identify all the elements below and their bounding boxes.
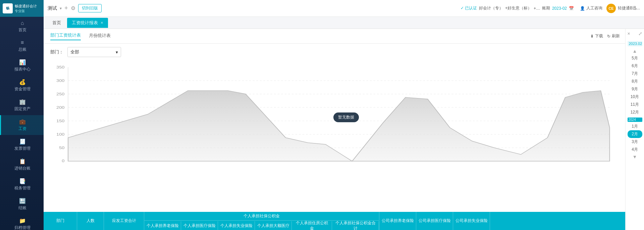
month-10[interactable]: 10月 — [628, 93, 642, 101]
th-total-salary: 应发工资合计 — [104, 212, 144, 230]
month-11[interactable]: 11月 — [628, 101, 642, 108]
month-1-2024[interactable]: 1月 — [628, 123, 642, 130]
switch-version-button[interactable]: 切到旧版 — [78, 4, 102, 12]
svg-text:200: 200 — [56, 105, 64, 110]
month-9[interactable]: 9月 — [628, 85, 642, 93]
topbar-title: 测试 — [48, 5, 57, 11]
sidebar-label-reports: 报表中心 — [14, 66, 31, 72]
refresh-icon: ↻ — [607, 34, 610, 39]
topbar-settings-button[interactable]: ⚙ — [71, 5, 75, 11]
sub-tab-dept[interactable]: 部门工资统计表 — [50, 32, 81, 40]
topbar-right: 👤 人工咨询 CE 轻捷通B迅... — [580, 4, 640, 13]
svg-text:350: 350 — [56, 65, 64, 70]
download-button[interactable]: ⬇ 下载 — [590, 33, 603, 39]
sub-tab-month[interactable]: 月份统计表 — [89, 33, 111, 40]
download-icon: ⬇ — [590, 34, 594, 39]
checkout-icon: 🔚 — [19, 198, 26, 204]
period-value: 2023-02 — [552, 6, 567, 11]
sidebar-item-reports[interactable]: 📊 报表中心 — [0, 56, 44, 76]
dept-filter-select[interactable]: 全部 ▾ — [67, 47, 121, 57]
month-12[interactable]: 12月 — [628, 108, 642, 116]
sidebar-item-archive[interactable]: 📁 归档管理 — [0, 214, 44, 230]
sidebar-item-ledger[interactable]: ≡ 总账 — [0, 36, 44, 56]
th-personal-total: 个人承担社保公积金合计 — [332, 221, 379, 230]
th-company-pension: 公司承担养老保险 — [379, 212, 416, 230]
svg-text:50: 50 — [59, 146, 64, 150]
filter-row: 部门： 全部 ▾ — [44, 44, 625, 60]
sidebar-item-checkout[interactable]: 🔚 结账 — [0, 194, 44, 214]
sidebar-item-home[interactable]: ⌂ 首页 — [0, 17, 44, 36]
chart-tooltip: 暂无数据 — [333, 112, 359, 122]
year-badge-2024: 2024 — [628, 118, 642, 122]
logo: 畅 畅捷通好会计 专业版 — [0, 0, 44, 17]
logo-line1: 畅捷通好会计 — [15, 4, 37, 9]
th-dept: 部门 — [44, 212, 77, 230]
sidebar-label-sales: 进销台账 — [14, 166, 31, 171]
sidebar-item-sales[interactable]: 📋 进销台账 — [0, 155, 44, 175]
user-name: 轻捷通B迅... — [618, 5, 640, 11]
archive-icon: 📁 — [19, 218, 26, 224]
sub-tabs: 部门工资统计表 月份统计表 ⬇ 下载 ↻ 刷新 — [44, 29, 625, 44]
advisor-label: 人工咨询 — [586, 5, 602, 11]
month-6[interactable]: 6月 — [628, 62, 642, 70]
panel-expand-button[interactable]: ⤢ — [638, 31, 642, 36]
th-company-unemployment: 公司承担失业保险 — [453, 212, 490, 230]
sidebar-label-salary: 工资 — [18, 126, 26, 132]
sidebar-label-checkout: 结账 — [18, 205, 26, 211]
logo-text: 畅捷通好会计 专业版 — [15, 4, 37, 13]
assets-icon: 🏢 — [19, 99, 26, 105]
advisor-icon: 👤 — [580, 6, 585, 11]
sales-icon: 📋 — [19, 158, 26, 165]
scroll-down-button[interactable]: ▼ — [633, 154, 637, 159]
user-section: CE 轻捷通B迅... — [606, 4, 640, 13]
sidebar-item-assets[interactable]: 🏢 固定资产 — [0, 95, 44, 115]
tab-home[interactable]: 首页 — [48, 18, 66, 28]
refresh-button[interactable]: ↻ 刷新 — [607, 33, 620, 39]
svg-text:250: 250 — [56, 92, 64, 96]
th-headcount: 人数 — [77, 212, 104, 230]
month-3-2024[interactable]: 3月 — [628, 138, 642, 146]
funds-icon: 💰 — [19, 79, 26, 85]
tooltip-text: 暂无数据 — [338, 115, 354, 120]
status-more: +… — [534, 6, 540, 11]
content-area: 部门工资统计表 月份统计表 ⬇ 下载 ↻ 刷新 部门： 全部 — [44, 29, 644, 230]
calendar-icon[interactable]: 📅 — [569, 6, 574, 11]
sidebar-label-funds: 资金管理 — [14, 86, 31, 92]
th-group-sub-cells: 个人承担养老保险 个人承担医疗保险 个人承担失业保险 个人承担大额医疗 个人承担 — [144, 221, 379, 230]
th-company-medical: 公司承担医疗保险 — [416, 212, 453, 230]
status-accountant: 好会计（专） — [479, 5, 503, 11]
th-group-personal: 个人承担社保公积金 个人承担养老保险 个人承担医疗保险 个人承担失业保险 个人承… — [144, 212, 379, 230]
month-4-2024[interactable]: 4月 — [628, 146, 642, 153]
main-area: 测试 ▾ + ⚙ 切到旧版 ✓ 已认证 好会计（专） +好生意（标） +… 账期… — [44, 0, 644, 230]
sidebar-item-invoice[interactable]: 🧾 发票管理 — [0, 135, 44, 155]
month-8[interactable]: 8月 — [628, 78, 642, 85]
period-label: 账期 — [542, 5, 550, 11]
sidebar-item-tax[interactable]: 📑 税务管理 — [0, 175, 44, 194]
sidebar: 畅 畅捷通好会计 专业版 ⌂ 首页 ≡ 总账 📊 报表中心 💰 资金管理 🏢 固… — [0, 0, 44, 230]
sidebar-item-funds[interactable]: 💰 资金管理 — [0, 76, 44, 95]
sidebar-label-tax: 税务管理 — [14, 185, 31, 191]
topbar-dropdown-arrow[interactable]: ▾ — [60, 6, 62, 11]
th-group-label: 个人承担社保公积金 — [144, 212, 379, 221]
topbar-add-button[interactable]: + — [64, 5, 68, 12]
advisor-button[interactable]: 👤 人工咨询 — [580, 5, 602, 11]
year-label-2023: 2023.02 — [628, 41, 642, 46]
panel-close-button[interactable]: × — [628, 31, 630, 38]
panel-controls: × ⤢ — [628, 31, 642, 40]
tab-close-button[interactable]: × — [101, 20, 103, 25]
th-personal-housing-fund: 个人承担住房公积金 — [292, 221, 332, 230]
month-7[interactable]: 7月 — [628, 70, 642, 78]
table-header: 部门 人数 应发工资合计 个人承担社保公积金 个人承担养老保险 — [44, 212, 625, 230]
sidebar-label-ledger: 总账 — [18, 47, 26, 52]
th-personal-pension: 个人承担养老保险 — [144, 221, 181, 230]
tab-salary-report[interactable]: 工资统计报表 × — [67, 18, 108, 28]
logo-line2: 专业版 — [15, 9, 37, 13]
sidebar-item-salary[interactable]: 💼 工资 — [0, 115, 44, 135]
month-5[interactable]: 5月 — [628, 54, 642, 62]
main-content: 部门工资统计表 月份统计表 ⬇ 下载 ↻ 刷新 部门： 全部 — [44, 29, 625, 230]
month-2-2024-active[interactable]: 2月 — [628, 130, 642, 138]
tab-salary-label: 工资统计报表 — [72, 20, 98, 26]
scroll-up-button[interactable]: ▲ — [633, 48, 637, 54]
th-personal-medical: 个人承担医疗保险 — [181, 221, 218, 230]
right-panel: × ⤢ 2023.02 ▲ 5月 6月 7月 8月 9月 10月 11月 12月… — [625, 29, 644, 230]
